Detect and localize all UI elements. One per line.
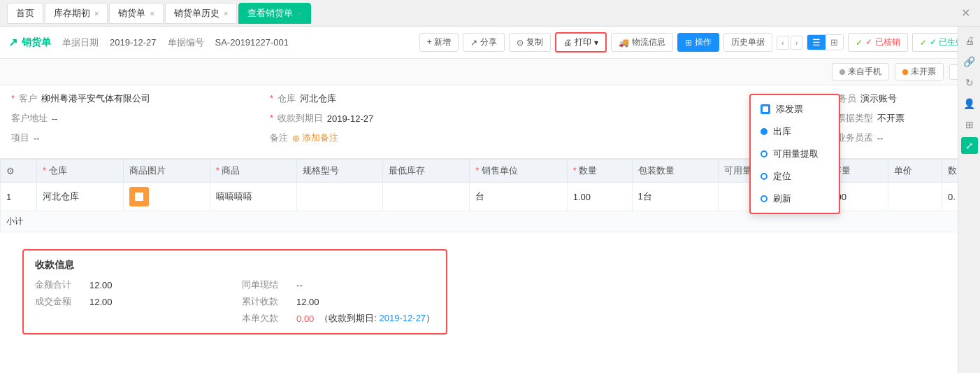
add-note-button[interactable]: ⊕ 添加备注 xyxy=(292,132,338,144)
tab-sales-history[interactable]: 销货单历史 × xyxy=(165,3,237,24)
cumulative-row: 累计收款 12.00 xyxy=(242,295,435,308)
tab-home[interactable]: 首页 xyxy=(7,3,43,24)
subtotal-row: 小计 xyxy=(1,211,980,232)
doc-meta: 单据日期 2019-12-27 单据编号 SA-20191227-001 xyxy=(62,36,289,49)
row-spec xyxy=(296,183,383,211)
row-package-qty: 1台 xyxy=(632,183,719,211)
th-min-stock: 最低库存 xyxy=(383,160,470,183)
customer-label: 客户 xyxy=(19,93,37,104)
tab-sales-history-label: 销货单历史 xyxy=(174,7,219,20)
tab-sales-history-close[interactable]: × xyxy=(224,9,228,17)
printer-icon: 🖨 xyxy=(563,38,572,48)
copy-button[interactable]: ⊙ 复制 xyxy=(509,33,551,52)
tab-view-sales-close[interactable]: × xyxy=(297,9,301,17)
tab-inventory-init[interactable]: 库存期初 × xyxy=(45,3,108,24)
doc-type-label: 销货单 xyxy=(22,36,51,49)
row-no: 1 xyxy=(1,183,37,211)
row-unit: 台 xyxy=(470,183,567,211)
next-button[interactable]: › xyxy=(791,36,803,50)
location-label: 定位 xyxy=(773,170,791,183)
cumulative-label: 累计收款 xyxy=(242,295,291,308)
settlement-label: 同单现结 xyxy=(242,279,291,291)
copy-icon: ⊙ xyxy=(517,38,524,48)
print-dropdown-icon: ▾ xyxy=(594,38,598,48)
right-sidebar: 🖨 🔗 ↻ 👤 ⊞ ⤢ xyxy=(958,27,980,373)
th-gear[interactable]: ⚙ xyxy=(1,160,37,183)
effect-check-icon: ✓ xyxy=(920,38,927,48)
sidebar-table-icon[interactable]: ⊞ xyxy=(961,116,978,133)
sidebar-link-icon[interactable]: 🔗 xyxy=(961,53,978,70)
view-toggle: ☰ ⊞ xyxy=(807,34,844,50)
share-button[interactable]: ↗ 分享 xyxy=(463,33,505,52)
customer-value[interactable]: 柳州粤港平安气体有限公司 xyxy=(41,92,150,105)
tab-view-sales[interactable]: 查看销货单 × xyxy=(238,3,310,24)
sidebar-expand-icon[interactable]: ⤢ xyxy=(961,137,978,154)
ticket-value[interactable]: 不开票 xyxy=(877,112,905,125)
tab-inventory-init-close[interactable]: × xyxy=(94,9,99,17)
settlement-value: -- xyxy=(296,280,303,290)
row-warehouse: 河北仓库 xyxy=(37,183,124,211)
not-opened-label: 未开票 xyxy=(911,66,936,78)
row-product[interactable]: 嘻嘻嘻嘻 xyxy=(210,183,296,211)
window-close-icon[interactable]: ✕ xyxy=(958,3,973,22)
date-value: 2019-12-27 xyxy=(110,37,157,48)
sidebar-user-icon[interactable]: 👤 xyxy=(961,95,978,112)
total-label: 金额合计 xyxy=(35,279,84,291)
tab-sales-order[interactable]: 销货单 × xyxy=(109,3,163,24)
available-qty-label: 可用量提取 xyxy=(773,148,819,160)
th-unit: * 销售单位 xyxy=(470,160,567,183)
logistics-button[interactable]: 🚚 物流信息 xyxy=(611,33,673,52)
tab-sales-order-close[interactable]: × xyxy=(150,9,154,17)
sidebar-refresh-icon[interactable]: ↻ xyxy=(961,74,978,91)
tab-sales-order-label: 销货单 xyxy=(118,7,145,20)
project-label: 项目 xyxy=(11,132,29,144)
add-invoice-item[interactable]: 添发票 xyxy=(751,98,839,120)
owed-date: 2019-12-27 xyxy=(380,313,426,323)
note-label: 备注 xyxy=(270,132,288,144)
salesperson2-field: * 业务员孟 -- xyxy=(829,132,969,144)
list-view-button[interactable]: ☰ xyxy=(807,35,826,50)
row-price xyxy=(888,183,942,211)
project-value[interactable]: -- xyxy=(34,133,40,143)
new-button[interactable]: + 新增 xyxy=(419,33,459,52)
refresh-item[interactable]: 刷新 xyxy=(751,188,839,210)
add-invoice-label: 添发票 xyxy=(776,103,803,115)
ticket-dot-icon xyxy=(902,69,908,75)
sold-button[interactable]: ✓ ✓ 已核销 xyxy=(848,33,907,52)
grid-view-button[interactable]: ⊞ xyxy=(826,35,843,50)
outbound-item[interactable]: 出库 xyxy=(751,120,839,143)
operations-button[interactable]: ⊞ 操作 xyxy=(677,33,719,52)
main-content: ↗ 销货单 单据日期 2019-12-27 单据编号 SA-20191227-0… xyxy=(0,27,980,373)
address-value[interactable]: -- xyxy=(52,113,58,124)
due-date-label: 收款到期日 xyxy=(278,113,323,123)
th-quantity: * 数量 xyxy=(567,160,632,183)
payment-container: 收款信息 金额合计 12.00 同单现结 -- 成交金额 12.00 累计收款 … xyxy=(0,232,980,351)
print-button[interactable]: 🖨 打印 ▾ xyxy=(555,32,607,52)
location-item[interactable]: 定位 xyxy=(751,165,839,188)
phone-dot-icon xyxy=(840,69,845,75)
due-date-value[interactable]: 2019-12-27 xyxy=(327,113,374,124)
no-value: SA-20191227-001 xyxy=(215,37,289,48)
refresh-dot-icon xyxy=(761,195,768,202)
from-phone-label: 来自手机 xyxy=(848,66,881,78)
th-price: 单价 xyxy=(888,160,942,183)
not-opened-button[interactable]: 未开票 xyxy=(895,63,944,80)
history-button[interactable]: 历史单据 xyxy=(723,33,772,52)
salesperson2-label: 业务员孟 xyxy=(837,132,873,143)
date-label: 单据日期 xyxy=(62,36,99,49)
salesperson-value: 演示账号 xyxy=(860,92,897,105)
row-min-stock xyxy=(383,183,470,211)
ticket-label: 票据类型 xyxy=(837,113,873,123)
warehouse-value[interactable]: 河北仓库 xyxy=(300,92,336,105)
prev-button[interactable]: ‹ xyxy=(777,36,789,50)
customer-field: * 客户 柳州粤港平安气体有限公司 xyxy=(11,92,256,105)
salesperson2-value[interactable]: -- xyxy=(877,133,884,143)
available-qty-item[interactable]: 可用量提取 xyxy=(751,143,839,165)
from-phone-button[interactable]: 来自手机 xyxy=(832,63,889,80)
check-icon: ✓ xyxy=(856,38,863,48)
warehouse-field: * 仓库 河北仓库 xyxy=(270,92,514,105)
sidebar-print-icon[interactable]: 🖨 xyxy=(961,32,978,49)
deal-label: 成交金额 xyxy=(35,295,84,308)
owed-label: 本单欠款 xyxy=(242,312,291,325)
owed-row: 本单欠款 0.00 （收款到期日: 2019-12-27） xyxy=(242,312,435,325)
